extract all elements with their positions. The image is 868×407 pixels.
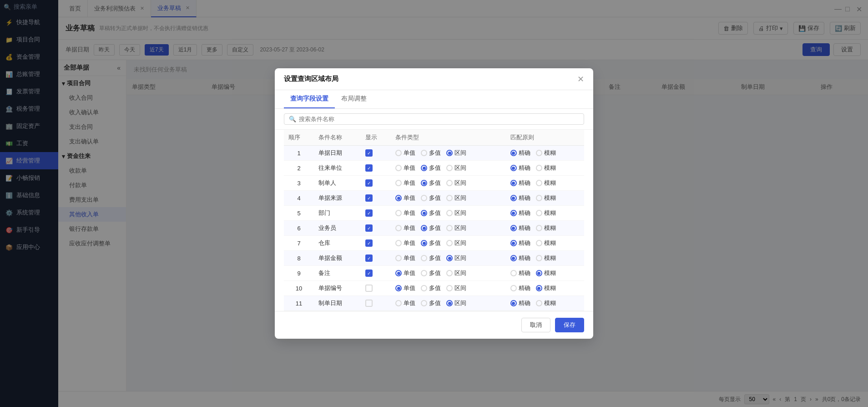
cell-match: 精确模糊 <box>506 191 584 206</box>
cell-show <box>361 296 391 311</box>
modal-overlay[interactable]: 设置查询区域布局 ✕ 查询字段设置 布局调整 🔍 <box>0 0 868 407</box>
radio-type-type_range[interactable]: 区间 <box>446 239 466 247</box>
show-checkbox[interactable] <box>365 239 373 247</box>
table-row: 6业务员单值多值区间精确模糊 <box>284 221 584 236</box>
table-row: 5部门单值多值区间精确模糊 <box>284 206 584 221</box>
radio-type-type_single[interactable]: 单值 <box>395 209 415 217</box>
radio-dot <box>395 180 402 186</box>
radio-match-match_fuzzy[interactable]: 模糊 <box>536 179 556 187</box>
radio-type-type_multi[interactable]: 多值 <box>421 239 441 247</box>
radio-type-type_range[interactable]: 区间 <box>446 209 466 217</box>
radio-match-match_exact[interactable]: 精确 <box>510 299 530 307</box>
search-box: 🔍 <box>284 113 584 125</box>
radio-match-match_exact[interactable]: 精确 <box>510 284 530 292</box>
show-checkbox[interactable] <box>365 285 373 292</box>
radio-type-type_multi[interactable]: 多值 <box>421 224 441 232</box>
modal-close-btn[interactable]: ✕ <box>577 75 584 83</box>
radio-dot <box>446 195 453 201</box>
radio-dot <box>395 270 402 276</box>
radio-dot <box>510 150 517 156</box>
radio-type-type_range[interactable]: 区间 <box>446 284 466 292</box>
radio-type-type_single[interactable]: 单值 <box>395 224 415 232</box>
radio-type-type_single[interactable]: 单值 <box>395 299 415 307</box>
show-checkbox[interactable] <box>365 194 373 202</box>
radio-type-type_single[interactable]: 单值 <box>395 269 415 277</box>
modal-search-input[interactable] <box>299 116 579 122</box>
radio-dot <box>510 270 517 276</box>
radio-match-match_fuzzy[interactable]: 模糊 <box>536 224 556 232</box>
radio-type-type_single[interactable]: 单值 <box>395 194 415 202</box>
modal-tab-field-settings[interactable]: 查询字段设置 <box>284 90 335 108</box>
radio-match-match_fuzzy[interactable]: 模糊 <box>536 149 556 157</box>
radio-type-type_multi[interactable]: 多值 <box>421 149 441 157</box>
radio-dot <box>536 150 542 156</box>
radio-type-type_range[interactable]: 区间 <box>446 164 466 172</box>
show-checkbox[interactable] <box>365 209 373 217</box>
show-checkbox[interactable] <box>365 179 373 187</box>
show-checkbox[interactable] <box>365 254 373 262</box>
radio-dot <box>421 195 427 201</box>
cell-show <box>361 266 391 281</box>
radio-type-type_multi[interactable]: 多值 <box>421 194 441 202</box>
show-checkbox[interactable] <box>365 270 373 277</box>
modal-cancel-btn[interactable]: 取消 <box>521 318 550 332</box>
radio-type-type_multi[interactable]: 多值 <box>421 254 441 262</box>
radio-type-type_multi[interactable]: 多值 <box>421 284 441 292</box>
radio-type-type_range[interactable]: 区间 <box>446 269 466 277</box>
show-checkbox[interactable] <box>365 149 373 157</box>
modal-save-btn[interactable]: 保存 <box>555 318 584 332</box>
radio-type-type_single[interactable]: 单值 <box>395 239 415 247</box>
cell-type: 单值多值区间 <box>391 296 506 311</box>
cell-type: 单值多值区间 <box>391 251 506 266</box>
cell-match: 精确模糊 <box>506 221 584 236</box>
radio-match-match_fuzzy[interactable]: 模糊 <box>536 194 556 202</box>
show-checkbox[interactable] <box>365 300 373 307</box>
radio-type-type_range[interactable]: 区间 <box>446 149 466 157</box>
cell-show <box>361 191 391 206</box>
cell-order: 10 <box>284 281 314 296</box>
radio-type-type_single[interactable]: 单值 <box>395 149 415 157</box>
cell-type: 单值多值区间 <box>391 176 506 191</box>
radio-match-match_exact[interactable]: 精确 <box>510 164 530 172</box>
radio-type-type_single[interactable]: 单值 <box>395 254 415 262</box>
radio-dot <box>395 300 402 306</box>
radio-match-match_fuzzy[interactable]: 模糊 <box>536 239 556 247</box>
radio-type-type_single[interactable]: 单值 <box>395 284 415 292</box>
radio-dot <box>510 210 517 216</box>
cell-type: 单值多值区间 <box>391 221 506 236</box>
radio-type-type_multi[interactable]: 多值 <box>421 164 441 172</box>
radio-match-match_fuzzy[interactable]: 模糊 <box>536 299 556 307</box>
radio-type-type_multi[interactable]: 多值 <box>421 179 441 187</box>
radio-type-type_range[interactable]: 区间 <box>446 254 466 262</box>
radio-match-match_exact[interactable]: 精确 <box>510 224 530 232</box>
radio-match-match_exact[interactable]: 精确 <box>510 209 530 217</box>
radio-match-match_exact[interactable]: 精确 <box>510 269 530 277</box>
radio-type-type_range[interactable]: 区间 <box>446 299 466 307</box>
cell-name: 备注 <box>314 266 361 281</box>
modal-tab-layout[interactable]: 布局调整 <box>335 90 373 108</box>
show-checkbox[interactable] <box>365 164 373 172</box>
radio-dot <box>446 210 453 216</box>
modal-col-type: 条件类型 <box>391 130 506 146</box>
radio-match-match_exact[interactable]: 精确 <box>510 239 530 247</box>
radio-type-type_multi[interactable]: 多值 <box>421 299 441 307</box>
show-checkbox[interactable] <box>365 224 373 232</box>
radio-match-match_fuzzy[interactable]: 模糊 <box>536 254 556 262</box>
radio-match-match_fuzzy[interactable]: 模糊 <box>536 269 556 277</box>
radio-type-type_single[interactable]: 单值 <box>395 179 415 187</box>
radio-match-match_fuzzy[interactable]: 模糊 <box>536 284 556 292</box>
radio-match-match_exact[interactable]: 精确 <box>510 179 530 187</box>
radio-match-match_fuzzy[interactable]: 模糊 <box>536 164 556 172</box>
modal-col-name: 条件名称 <box>314 130 361 146</box>
radio-type-type_range[interactable]: 区间 <box>446 194 466 202</box>
radio-type-type_multi[interactable]: 多值 <box>421 209 441 217</box>
radio-type-type_range[interactable]: 区间 <box>446 224 466 232</box>
radio-type-type_range[interactable]: 区间 <box>446 179 466 187</box>
radio-type-type_single[interactable]: 单值 <box>395 164 415 172</box>
radio-match-match_fuzzy[interactable]: 模糊 <box>536 209 556 217</box>
radio-match-match_exact[interactable]: 精确 <box>510 194 530 202</box>
modal-table-wrap: 顺序 条件名称 显示 条件类型 匹配原则 1单据日期单值多值区间精确模糊2往来单… <box>275 130 593 311</box>
radio-type-type_multi[interactable]: 多值 <box>421 269 441 277</box>
radio-match-match_exact[interactable]: 精确 <box>510 149 530 157</box>
radio-match-match_exact[interactable]: 精确 <box>510 254 530 262</box>
